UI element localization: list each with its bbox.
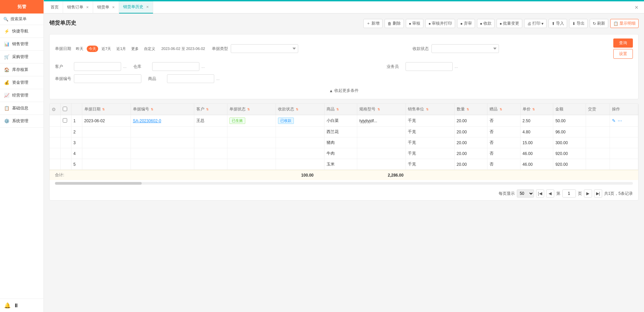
sidebar-item-inventory[interactable]: 🏠 库存核算 (0, 63, 44, 76)
show-detail-button[interactable]: 📋 显示明细 (610, 19, 639, 28)
prev-page-btn[interactable]: ◀ (546, 189, 554, 198)
sidebar-item-basic-info[interactable]: 📋 基础信息 (0, 102, 44, 115)
tab-close-sales-history[interactable]: ✕ (146, 5, 149, 9)
th-customer[interactable]: 客户 ⇅ (194, 104, 227, 115)
date-more-btn[interactable]: 更多 (129, 46, 141, 52)
th-unit[interactable]: 销售单位 ⇅ (406, 104, 454, 115)
td-amount-3: 300.00 (553, 137, 586, 148)
th-doc-no[interactable]: 单据编号 ⇅ (131, 104, 194, 115)
date-1month-btn[interactable]: 近1月 (114, 46, 128, 52)
edit-icon-1[interactable]: ✎ (612, 118, 616, 123)
tab-sales-goods[interactable]: 销货单 ✕ (93, 1, 119, 14)
date-label: 单据日期 (55, 46, 72, 52)
column-settings-icon[interactable]: ⚙ (52, 107, 56, 112)
tab-sales-order[interactable]: 销售订单 ✕ (63, 1, 93, 14)
refresh-button[interactable]: ↻ 刷新 (590, 19, 608, 28)
total-info: 共1页，5条记录 (604, 191, 633, 197)
td-doc-status-2 (227, 127, 276, 137)
td-doc-no-1[interactable]: SA-20230602-0 (131, 115, 194, 127)
td-gear-2 (50, 127, 60, 137)
last-page-btn[interactable]: ▶| (594, 189, 602, 198)
th-doc-status[interactable]: 单据状态 ⇅ (227, 104, 276, 115)
td-customer-3 (194, 137, 227, 148)
warehouse-ellipsis[interactable]: ... (201, 64, 205, 69)
customer-input[interactable] (74, 62, 121, 71)
customer-ellipsis[interactable]: ... (123, 64, 127, 69)
query-button[interactable]: 查询 (613, 38, 633, 48)
td-unit-price-4: 46.00 (520, 148, 553, 159)
settings-button[interactable]: 设置 (613, 49, 633, 59)
notification-icon[interactable]: 🔔 (4, 302, 11, 309)
footer-total-quantity: 100.00 (301, 173, 314, 178)
td-doc-no-5 (131, 159, 194, 170)
collect-button[interactable]: ● 收款 (477, 19, 495, 28)
th-date[interactable]: 单据日期 ⇅ (82, 104, 131, 115)
batch-change-icon: ● (500, 21, 502, 26)
goods-ellipsis[interactable]: ... (216, 76, 220, 81)
th-payment-status[interactable]: 收款状态 ⇅ (276, 104, 324, 115)
batch-change-button[interactable]: ● 批量变更 (497, 19, 522, 28)
more-icon-1[interactable]: ⋯ (618, 118, 622, 123)
salesperson-ellipsis[interactable]: ... (455, 64, 458, 69)
goods-input[interactable] (167, 74, 214, 83)
sort-unit-price-icon: ⇅ (532, 108, 535, 111)
td-amount-2: 96.00 (553, 127, 586, 137)
row-1-checkbox[interactable] (63, 118, 67, 123)
tab-close-sales-order[interactable]: ✕ (86, 5, 89, 9)
date-7days-btn[interactable]: 近7天 (100, 46, 113, 52)
td-amount-4: 920.00 (553, 148, 586, 159)
collapse-btn[interactable]: ▲ 收起更多条件 (55, 86, 633, 95)
th-goods[interactable]: 商品 ⇅ (324, 104, 357, 115)
pause-icon[interactable]: ⏸ (13, 303, 19, 309)
date-custom-btn[interactable]: 自定义 (142, 46, 157, 52)
add-button[interactable]: ＋ 新增 (363, 19, 383, 28)
tab-close-sales-goods[interactable]: ✕ (112, 5, 115, 9)
sidebar-item-quick-nav[interactable]: ⚡ 快捷导航 (0, 25, 44, 38)
review-button[interactable]: ● 审核 (406, 19, 423, 28)
sidebar-item-operations[interactable]: 📈 经营管理 (0, 89, 44, 102)
td-quantity-2: 20.00 (454, 127, 487, 137)
td-spec-5 (357, 159, 406, 170)
sidebar-item-sales-mgmt[interactable]: 📊 销售管理 (0, 38, 44, 51)
td-action-1: ✎ ⋯ (610, 115, 638, 127)
warehouse-input[interactable] (152, 62, 199, 71)
review-print-button[interactable]: ● 审核并打印 (425, 19, 455, 28)
page-input[interactable] (562, 189, 576, 198)
per-page-select[interactable]: 50 10 20 100 (517, 189, 534, 198)
page-unit: 页 (578, 191, 582, 197)
first-page-btn[interactable]: |◀ (536, 189, 544, 198)
th-spec[interactable]: 规格型号 ⇅ (357, 104, 406, 115)
table-row: 2 西兰花 千克 20.00 否 4.80 96.00 (50, 127, 638, 137)
horizontal-scrollbar[interactable] (50, 180, 638, 187)
tab-sales-history[interactable]: 销货单历史 ✕ (119, 1, 153, 14)
sidebar-item-finance[interactable]: 💰 资金管理 (0, 76, 44, 89)
th-gift[interactable]: 赠品 ⇅ (487, 104, 521, 115)
export-button[interactable]: ⬇ 导出 (569, 19, 588, 28)
payment-status-select[interactable] (431, 44, 499, 53)
th-quantity[interactable]: 数量 ⇅ (454, 104, 487, 115)
salesperson-input[interactable] (405, 62, 453, 71)
date-yesterday-btn[interactable]: 昨天 (74, 46, 85, 52)
doc-no-input[interactable] (74, 74, 141, 83)
tab-bar-close-all[interactable]: ✕ (632, 5, 641, 10)
td-gear-5 (50, 159, 60, 170)
sidebar-search[interactable]: 🔍 搜索菜单 (0, 14, 44, 25)
delete-button[interactable]: 🗑 删除 (385, 19, 404, 28)
date-today-btn[interactable]: 今天 (87, 46, 98, 52)
select-all-checkbox[interactable] (63, 107, 67, 111)
doc-type-select[interactable] (231, 44, 298, 53)
td-spec-1: tyjyjtyjdf... (357, 115, 406, 127)
import-button[interactable]: ⬆ 导入 (549, 19, 567, 28)
print-button[interactable]: 🖨 打印 ▾ (524, 19, 547, 28)
th-unit-price[interactable]: 单价 ⇅ (520, 104, 553, 115)
th-action: 操作 (610, 104, 638, 115)
sidebar-item-purchase-mgmt[interactable]: 🛒 采购管理 (0, 51, 44, 63)
scroll-thumb[interactable] (55, 182, 142, 185)
tab-home[interactable]: 首页 (47, 1, 63, 14)
doc-no-link-1[interactable]: SA-20230602-0 (133, 119, 161, 123)
table-row: 1 2023-06-02 SA-20230602-0 王总 已生效 已收款 小白… (50, 115, 638, 127)
next-page-btn[interactable]: ▶ (584, 189, 592, 198)
sidebar-item-system-mgmt[interactable]: ⚙️ 系统管理 (0, 115, 44, 128)
abandon-button[interactable]: ● 弃审 (457, 19, 475, 28)
page-header: 销货单历史 ＋ 新增 🗑 删除 ● 审核 ● 审核并打印 (49, 19, 639, 31)
